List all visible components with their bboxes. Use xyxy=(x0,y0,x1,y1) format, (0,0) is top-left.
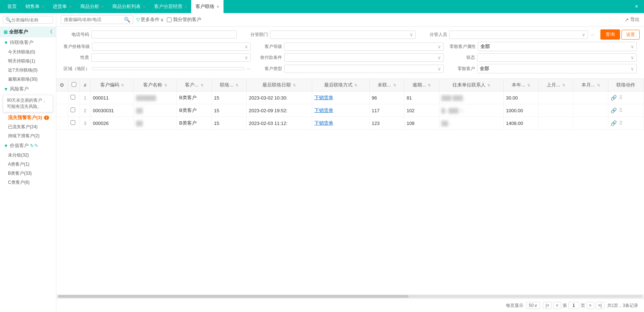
close-purchase-tab[interactable]: × xyxy=(69,4,71,9)
row-checkbox[interactable] xyxy=(71,108,75,112)
edit-icon[interactable]: ✎ xyxy=(35,143,38,148)
sort-type-icon[interactable]: ⇅ xyxy=(201,83,204,87)
row-action-more-icon[interactable]: ⠿ xyxy=(619,108,623,113)
row-checkbox-cell[interactable] xyxy=(68,92,80,104)
setting-button[interactable]: 设置 xyxy=(621,30,640,40)
close-analysis-tab[interactable]: × xyxy=(101,4,104,9)
col-checkbox[interactable] xyxy=(68,79,80,92)
sidebar-search-box[interactable]: 🔍 xyxy=(3,16,53,24)
scrollbar-thumb[interactable] xyxy=(58,295,408,298)
sort-unit-contact-icon[interactable]: ⇅ xyxy=(487,83,490,87)
sidebar-item-class-b[interactable]: B类客户(33) xyxy=(0,169,56,178)
col-last-month[interactable]: 上月... ⇅ xyxy=(539,79,573,92)
row-checkbox-cell[interactable] xyxy=(68,117,80,130)
sidebar-item-tomorrow[interactable]: 明天待联络(1) xyxy=(0,57,56,66)
col-last-method[interactable]: 最后联络方式 ⇅ xyxy=(312,79,369,92)
col-unit-contact[interactable]: 往来单位联系人 ⇅ xyxy=(439,79,504,92)
sidebar-group-value[interactable]: ▼ 价值客户 ↻ ✎ xyxy=(0,141,56,151)
tab-sales[interactable]: 销售单 × xyxy=(21,0,48,13)
sidebar-search-input[interactable] xyxy=(11,17,51,23)
close-customer-segment-tab[interactable]: × xyxy=(185,4,187,9)
sidebar-item-at-risk[interactable]: 流失预警客户(3) ! xyxy=(0,113,56,122)
page-number-input[interactable] xyxy=(568,302,579,309)
col-type[interactable]: 客户... ⇅ xyxy=(177,79,212,92)
search-input-wrapper[interactable]: 🔍 xyxy=(61,15,133,24)
per-page-select[interactable]: 50 ∨ xyxy=(526,302,540,309)
zero-retail-attr-select[interactable]: 全部 ∨ xyxy=(478,42,637,51)
sort-overdue-icon[interactable]: ⇅ xyxy=(428,83,431,87)
sort-this-year-icon[interactable]: ⇅ xyxy=(527,83,530,87)
sidebar-item-declining[interactable]: 持续下滑客户(2) xyxy=(0,131,56,141)
search-input[interactable] xyxy=(64,17,124,22)
sort-code-icon[interactable]: ⇅ xyxy=(121,83,124,87)
row-checkbox[interactable] xyxy=(71,95,75,100)
first-page-btn[interactable]: |< xyxy=(543,302,552,309)
next-page-btn[interactable]: > xyxy=(587,302,594,309)
search-button[interactable]: 🔍 xyxy=(124,17,130,23)
settings-gear-icon[interactable]: ⚙ xyxy=(60,82,64,88)
tab-home[interactable]: 首页 xyxy=(3,3,21,10)
sort-name-icon[interactable]: ⇅ xyxy=(164,83,167,87)
my-customers-check[interactable] xyxy=(167,17,172,22)
col-last-date[interactable]: 最后联络日期 ⇅ xyxy=(246,79,312,92)
payment-select[interactable]: ∨ xyxy=(284,53,444,62)
phone-input[interactable] xyxy=(91,31,237,39)
row-action-link-icon[interactable]: 🔗 xyxy=(611,120,617,126)
sort-this-month-icon[interactable]: ⇅ xyxy=(597,83,600,87)
sort-contact-icon[interactable]: ⇅ xyxy=(236,83,238,87)
sidebar-item-class-a[interactable]: A类客户(1) xyxy=(0,160,56,169)
last-method-link[interactable]: 下销货单 xyxy=(314,95,333,100)
status-select[interactable]: ∨ xyxy=(477,53,637,62)
scrollbar-track[interactable] xyxy=(58,295,643,298)
close-customer-link-tab[interactable]: × xyxy=(217,4,219,9)
sidebar-item-overdue[interactable]: 逾期未联络(30) xyxy=(0,75,56,84)
region-more-btn[interactable]: ··· xyxy=(246,66,251,72)
last-page-btn[interactable]: >| xyxy=(596,302,604,309)
sort-last-date-icon[interactable]: ⇅ xyxy=(293,83,296,87)
sidebar-group-lost[interactable]: ▼ 风险客户 xyxy=(0,84,56,94)
col-not-contacted[interactable]: 未联... ⇅ xyxy=(369,79,404,92)
row-checkbox-cell[interactable] xyxy=(68,104,80,117)
row-last-method[interactable]: 下销货单 xyxy=(312,92,369,104)
tab-customer-segment[interactable]: 客户分层经营 × xyxy=(150,0,191,13)
col-name[interactable]: 客户名称 ⇅ xyxy=(134,79,177,92)
sort-last-month-icon[interactable]: ⇅ xyxy=(562,83,565,87)
select-all-checkbox[interactable] xyxy=(72,82,76,87)
last-method-link[interactable]: 下销货单 xyxy=(314,120,333,126)
row-last-method[interactable]: 下销货单 xyxy=(312,104,369,117)
sidebar-item-lost[interactable]: 已流失客户(24) xyxy=(0,122,56,131)
query-button[interactable]: 查询 xyxy=(600,29,620,40)
sidebar-item-today[interactable]: 今天待联络(0) xyxy=(0,48,56,57)
region-select[interactable] xyxy=(92,67,244,70)
col-overdue[interactable]: 逾期... ⇅ xyxy=(404,79,439,92)
row-action-link-icon[interactable]: 🔗 xyxy=(611,95,617,101)
col-gear[interactable]: ⚙ xyxy=(56,79,68,92)
zero-retail-select[interactable]: 全部 ∨ xyxy=(477,64,637,73)
sidebar-item-class-c[interactable]: C类客户(6) xyxy=(0,178,56,187)
sidebar-group-pending[interactable]: ▼ 待联络客户 xyxy=(0,37,56,48)
row-last-method[interactable]: 下销货单 xyxy=(312,117,369,130)
customer-type-select[interactable]: ∨ xyxy=(284,65,444,73)
horizontal-scrollbar[interactable] xyxy=(56,294,644,299)
export-button[interactable]: ↗ 导出 xyxy=(625,16,640,23)
prev-page-btn[interactable]: < xyxy=(553,302,561,309)
person-more-btn[interactable]: ··· xyxy=(590,32,595,37)
person-select[interactable]: ∨ xyxy=(449,31,588,39)
last-method-link[interactable]: 下销货单 xyxy=(314,108,333,113)
col-this-month[interactable]: 本月... ⇅ xyxy=(573,79,608,92)
sort-not-contacted-icon[interactable]: ⇅ xyxy=(393,83,396,87)
row-action-link-icon[interactable]: 🔗 xyxy=(611,108,617,113)
tab-purchase[interactable]: 进货单 × xyxy=(48,0,76,13)
sidebar-item-ungrouped[interactable]: 未分组(32) xyxy=(0,151,56,160)
col-code[interactable]: 客户编码 ⇅ xyxy=(90,79,134,92)
close-analysis-list-tab[interactable]: × xyxy=(143,4,145,9)
sort-last-method-icon[interactable]: ⇅ xyxy=(354,83,357,87)
my-customers-checkbox[interactable]: 我分管的客户 xyxy=(167,16,201,23)
row-checkbox[interactable] xyxy=(71,120,75,125)
row-action-more-icon[interactable]: ⠿ xyxy=(619,95,623,101)
more-conditions-btn[interactable]: ▽ 更多条件 ∨ xyxy=(136,16,164,23)
sidebar-item-week[interactable]: 近7天待联络(0) xyxy=(0,66,56,75)
col-this-year[interactable]: 本年... ⇅ xyxy=(504,79,539,92)
nature-select[interactable]: ∨ xyxy=(91,53,251,62)
tab-analysis[interactable]: 商品分析 × xyxy=(76,0,108,13)
